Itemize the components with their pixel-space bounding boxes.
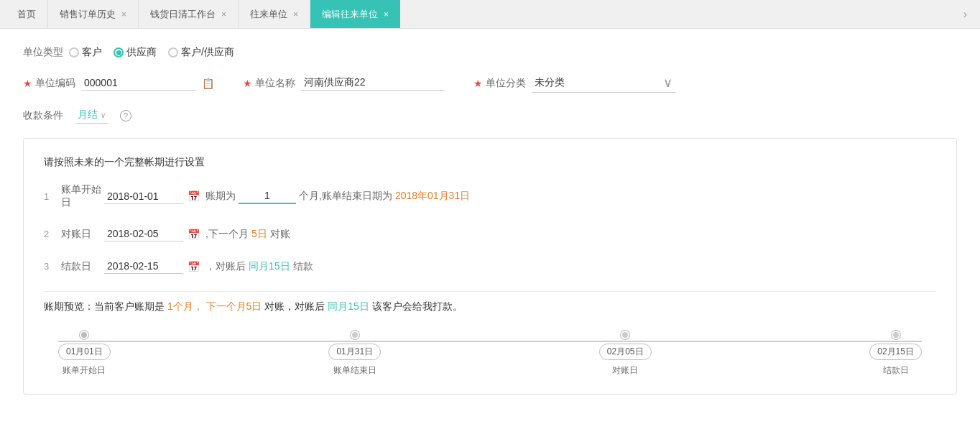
row-1-end-date-highlight: 2018年01月31日 (395, 190, 470, 203)
tab-sales-order-history[interactable]: 销售订单历史 × (48, 0, 139, 28)
radio-customer-circle (69, 47, 79, 58)
timeline-point-4: 02月15日 结款日 (869, 331, 922, 377)
timeline-point-1: 01月01日 账单开始日 (58, 331, 111, 377)
timeline-dot-4 (892, 331, 900, 339)
timeline-dot-3 (621, 331, 629, 339)
row-3-date-input[interactable] (104, 259, 183, 274)
unit-code-item: ★ 单位编码 📋 (23, 75, 214, 91)
row-3-type-label: 结款日 (61, 260, 104, 273)
payment-terms-row: 收款条件 月结 ∨ ? (23, 107, 957, 124)
unit-class-value: 未分类 (535, 76, 565, 89)
row-1-calendar-icon[interactable]: 📅 (188, 190, 200, 202)
payment-terms-help-icon[interactable]: ? (120, 110, 131, 121)
row-3-calendar-icon[interactable]: 📅 (188, 261, 200, 272)
timeline-dot-2 (351, 331, 359, 339)
radio-customer-supplier-circle (168, 47, 178, 58)
unit-name-input[interactable] (301, 75, 445, 91)
unit-code-required: ★ (23, 78, 32, 89)
unit-type-label: 单位类型 (23, 46, 63, 59)
unit-code-input[interactable] (81, 75, 196, 91)
section-separator (44, 291, 936, 292)
timeline: 01月01日 账单开始日 01月31日 账单结束日 02月05日 对账日 (44, 331, 936, 377)
close-tab-partner[interactable]: × (293, 9, 298, 19)
radio-customer-supplier[interactable]: 客户/供应商 (168, 46, 234, 59)
timeline-date-4: 02月15日 (869, 344, 922, 360)
close-tab-edit-partner[interactable]: × (384, 9, 389, 19)
timeline-label-2: 账单结束日 (333, 364, 376, 377)
section-hint-text: 请按照未来的一个完整帐期进行设置 (44, 156, 936, 169)
unit-name-required: ★ (243, 78, 252, 89)
payment-terms-item: 收款条件 月结 ∨ ? (23, 107, 131, 124)
row-3-num: 3 (44, 261, 61, 272)
tab-edit-partner[interactable]: 编辑往来单位 × (310, 0, 400, 28)
radio-customer[interactable]: 客户 (69, 46, 102, 59)
preview-part2: 下一个月5日 (206, 300, 262, 312)
unit-type-row: 单位类型 客户 供应商 客户/供应商 (23, 46, 957, 59)
timeline-point-3: 02月05日 对账日 (599, 331, 652, 377)
timeline-dot-1 (80, 331, 88, 339)
payment-terms-chevron-icon: ∨ (101, 111, 106, 119)
timeline-point-2: 01月31日 账单结束日 (328, 331, 381, 377)
timeline-date-1: 01月01日 (58, 344, 111, 360)
unit-class-select[interactable]: 未分类 ∨ (532, 73, 675, 93)
unit-class-required: ★ (473, 78, 483, 89)
unit-code-icon[interactable]: 📋 (202, 78, 214, 89)
unit-info-row: ★ 单位编码 📋 ★ 单位名称 ★ 单位分类 未分类 ∨ (23, 73, 957, 93)
payment-terms-label: 收款条件 (23, 109, 63, 122)
row-1-date-input[interactable] (104, 189, 183, 204)
timeline-date-2: 01月31日 (328, 344, 381, 360)
page-content: 单位类型 客户 供应商 客户/供应商 ★ 单位编码 (0, 29, 980, 437)
setting-row-3: 3 结款日 📅 ，对账后 同月15日 结款 (44, 259, 936, 274)
row-2-suffix: ,下一个月 5日 对账 (205, 228, 290, 241)
row-2-calendar-icon[interactable]: 📅 (188, 229, 200, 240)
row-1-num: 1 (44, 191, 61, 202)
row-2-type-label: 对账日 (61, 228, 104, 241)
radio-supplier-circle (114, 47, 124, 58)
preview-part3: 同月15日 (328, 300, 369, 312)
tab-cash-ledger[interactable]: 钱货日清工作台 × (139, 0, 239, 28)
tab-bar: 首页 销售订单历史 × 钱货日清工作台 × 往来单位 × 编辑往来单位 × › (0, 0, 980, 29)
timeline-label-1: 账单开始日 (63, 364, 106, 377)
setting-row-1: 1 账单开始日 📅 账期为 个月,账单结束日期为 2018年01月31日 (44, 183, 936, 209)
close-tab-sales[interactable]: × (121, 9, 126, 19)
row-3-suffix: ，对账后 同月15日 结款 (205, 260, 313, 273)
row-3-day-highlight: 同月15日 (249, 260, 290, 273)
period-settings-section: 请按照未来的一个完整帐期进行设置 1 账单开始日 📅 账期为 个月,账单结束日期… (23, 138, 957, 395)
payment-terms-select[interactable]: 月结 ∨ (75, 107, 108, 124)
timeline-label-4: 结款日 (883, 364, 909, 377)
unit-class-label: 单位分类 (486, 77, 526, 90)
unit-type-item: 单位类型 客户 供应商 客户/供应商 (23, 46, 234, 59)
tab-partner-units[interactable]: 往来单位 × (239, 0, 310, 28)
setting-row-2: 2 对账日 📅 ,下一个月 5日 对账 (44, 226, 936, 242)
period-months-input[interactable] (239, 188, 296, 204)
timeline-label-3: 对账日 (612, 364, 638, 377)
row-1-suffix: 账期为 个月,账单结束日期为 2018年01月31日 (205, 188, 470, 204)
unit-class-chevron-icon: ∨ (663, 75, 672, 91)
unit-name-item: ★ 单位名称 (243, 75, 445, 91)
unit-code-label: 单位编码 (35, 77, 75, 90)
unit-name-label: 单位名称 (255, 77, 295, 90)
unit-type-radio-group: 客户 供应商 客户/供应商 (69, 46, 234, 59)
preview-text: 账期预览：当前客户账期是 1个月， 下一个月5日 对账，对账后 同月15日 该客… (44, 300, 936, 313)
row-1-type-label: 账单开始日 (61, 183, 104, 209)
row-2-num: 2 (44, 229, 61, 239)
unit-class-item: ★ 单位分类 未分类 ∨ (473, 73, 675, 93)
close-tab-cash[interactable]: × (221, 9, 226, 19)
radio-supplier[interactable]: 供应商 (114, 46, 157, 59)
tab-home[interactable]: 首页 (6, 0, 48, 28)
row-2-date-input[interactable] (104, 226, 183, 242)
preview-part1: 1个月， (167, 300, 203, 312)
row-2-day-highlight: 5日 (251, 228, 267, 241)
timeline-points: 01月01日 账单开始日 01月31日 账单结束日 02月05日 对账日 (58, 331, 922, 377)
tab-more-button[interactable]: › (956, 8, 974, 21)
timeline-date-3: 02月05日 (599, 344, 652, 360)
payment-terms-value: 月结 (78, 109, 98, 121)
